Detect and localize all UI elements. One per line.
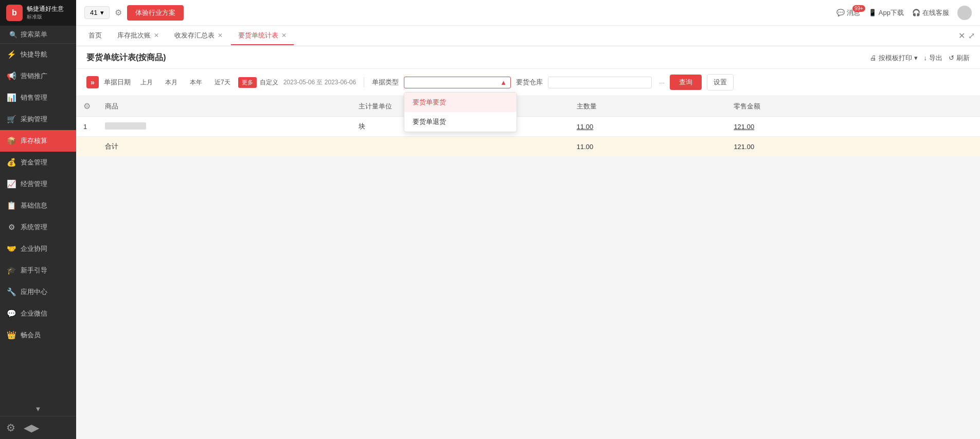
table-head: ⚙ 商品 主计量单位 主数量 零售金额 xyxy=(76,96,980,117)
sidebar-item-系统管理[interactable]: ⚙ 系统管理 xyxy=(0,216,76,238)
app-download-btn[interactable]: 📱 App下载 xyxy=(868,8,904,17)
sidebar-item-采购管理[interactable]: 🛒 采购管理 xyxy=(0,108,76,130)
sidebar-label-1: 营销推广 xyxy=(21,71,47,81)
tab-3[interactable]: 要货单统计表✕ xyxy=(231,27,294,45)
logo-area: b 畅捷通好生意 标准版 xyxy=(0,0,76,26)
sidebar-item-畅会员[interactable]: 👑 畅会员 xyxy=(0,324,76,346)
query-btn[interactable]: 查询 xyxy=(670,75,702,90)
sidebar-icon-8: ⚙ xyxy=(6,222,16,232)
sidebar-label-8: 系统管理 xyxy=(21,223,47,232)
footer-label: 合计 xyxy=(98,137,351,157)
date-btn-this-year[interactable]: 本年 xyxy=(185,76,207,89)
footer-row: 合计 11.00 121.00 xyxy=(76,137,980,157)
date-btn-more[interactable]: 更多 xyxy=(238,77,257,88)
sidebar-item-销售管理[interactable]: 📊 销售管理 xyxy=(0,87,76,108)
tab-1[interactable]: 库存批次账✕ xyxy=(110,27,166,45)
warehouse-input[interactable] xyxy=(548,77,652,88)
sidebar-item-营销推广[interactable]: 📢 营销推广 xyxy=(0,65,76,87)
app-name: 畅捷通好生意 xyxy=(27,5,64,13)
topbar-left: 41 ▾ ⚙ 体验行业方案 xyxy=(84,5,184,21)
industry-btn[interactable]: 体验行业方案 xyxy=(127,5,184,21)
footer-quantity: 11.00 xyxy=(569,137,727,157)
date-range-options: 上月 本月 本年 近7天 更多 自定义 xyxy=(136,76,278,89)
avatar[interactable] xyxy=(957,6,972,20)
filter-bar: » 单据日期 上月 本月 本年 近7天 更多 自定义 2023-05-06 至 … xyxy=(76,69,980,96)
tab-label-0: 首页 xyxy=(88,31,102,40)
data-table: ⚙ 商品 主计量单位 主数量 零售金额 1 xyxy=(76,96,980,156)
app-logo-icon: b xyxy=(6,5,23,21)
close-all-icon[interactable]: ✕ xyxy=(958,31,965,41)
sidebar-icon-9: 🤝 xyxy=(6,244,16,254)
print-btn[interactable]: 🖨 按模板打印 ▾ xyxy=(870,53,918,63)
sidebar-item-库存核算[interactable]: 📦 库存核算 xyxy=(0,130,76,152)
headset-icon: 🎧 xyxy=(912,9,920,16)
sidebar-item-快捷导航[interactable]: ⚡ 快捷导航 xyxy=(0,44,76,65)
tab-close-1[interactable]: ✕ xyxy=(154,32,159,39)
expand-tabs-icon[interactable]: ⤢ xyxy=(968,31,975,41)
message-btn[interactable]: 💬 消息 99+ xyxy=(836,8,860,17)
print-chevron: ▾ xyxy=(914,54,918,62)
tab-label-1: 库存批次账 xyxy=(117,31,151,40)
sidebar-item-基础信息[interactable]: 📋 基础信息 xyxy=(0,195,76,216)
sidebar-item-新手引导[interactable]: 🎓 新手引导 xyxy=(0,260,76,281)
sidebar-label-12: 企业微信 xyxy=(21,309,47,318)
sidebar-label-5: 资金管理 xyxy=(21,158,47,167)
print-label: 按模板打印 xyxy=(879,53,912,63)
page-title: 要货单统计表(按商品) xyxy=(86,52,166,63)
tab-close-2[interactable]: ✕ xyxy=(218,32,223,39)
footer-extra xyxy=(914,137,980,157)
dropdown-item-1[interactable]: 要货单退货 xyxy=(404,112,516,132)
date-btn-last-month[interactable]: 上月 xyxy=(136,76,157,89)
sidebar-label-4: 库存核算 xyxy=(21,136,47,145)
table-foot: 合计 11.00 121.00 xyxy=(76,137,980,157)
gear-icon[interactable]: ⚙ xyxy=(115,8,122,17)
main-area: 41 ▾ ⚙ 体验行业方案 💬 消息 99+ 📱 App下载 🎧 在线客服 xyxy=(76,0,980,439)
sidebar-label-6: 经营管理 xyxy=(21,179,47,189)
sidebar-search[interactable]: 🔍 搜索菜单 xyxy=(0,26,76,44)
filter-more-icon[interactable]: ··· xyxy=(659,79,665,86)
date-range-text: 2023-05-06 至 2023-06-06 xyxy=(283,78,356,87)
tab-close-3[interactable]: ✕ xyxy=(281,32,287,39)
sidebar-item-经营管理[interactable]: 📈 经营管理 xyxy=(0,173,76,195)
filter-expand-btn[interactable]: » xyxy=(86,76,99,88)
footer-amount: 121.00 xyxy=(726,137,914,157)
online-service-btn[interactable]: 🎧 在线客服 xyxy=(912,8,949,17)
type-selector-wrapper: ▲ 要货单要货 要货单退货 xyxy=(404,77,511,88)
settings-btn[interactable]: 设置 xyxy=(707,74,734,90)
export-icon: ↓ xyxy=(924,54,928,62)
export-btn[interactable]: ↓ 导出 xyxy=(924,53,943,63)
refresh-btn[interactable]: ↺ 刷新 xyxy=(949,53,970,63)
online-service-label: 在线客服 xyxy=(922,8,949,17)
sidebar-label-13: 畅会员 xyxy=(21,331,41,340)
col-quantity: 主数量 xyxy=(569,96,727,117)
sidebar-icon-10: 🎓 xyxy=(6,265,16,276)
date-btn-7days[interactable]: 近7天 xyxy=(210,76,235,89)
sidebar-scroll-down[interactable]: ▼ xyxy=(0,402,76,416)
sidebar-label-7: 基础信息 xyxy=(21,201,47,210)
col-gear-icon[interactable]: ⚙ xyxy=(83,102,91,111)
settings-icon[interactable]: ⚙ xyxy=(6,422,15,434)
sidebar-item-应用中心[interactable]: 🔧 应用中心 xyxy=(0,281,76,303)
company-selector[interactable]: 41 ▾ xyxy=(84,6,110,19)
tab-0[interactable]: 首页 xyxy=(81,27,109,45)
sidebar-item-企业协同[interactable]: 🤝 企业协同 xyxy=(0,238,76,260)
sidebar-label-10: 新手引导 xyxy=(21,266,47,275)
date-custom-btn[interactable]: 自定义 xyxy=(260,78,278,87)
row-amount: 121.00 xyxy=(726,117,914,137)
sidebar-label-9: 企业协同 xyxy=(21,244,47,253)
tab-label-2: 收发存汇总表 xyxy=(174,31,215,40)
sidebar-nav: ⚡ 快捷导航 📢 营销推广 📊 销售管理 🛒 采购管理 📦 库存核算 💰 资金管… xyxy=(0,44,76,402)
sidebar-item-企业微信[interactable]: 💬 企业微信 xyxy=(0,303,76,324)
dropdown-item-0[interactable]: 要货单要货 xyxy=(404,93,516,112)
sidebar-label-11: 应用中心 xyxy=(21,287,47,297)
type-input[interactable] xyxy=(404,77,511,88)
print-icon: 🖨 xyxy=(870,54,877,62)
sidebar-item-资金管理[interactable]: 💰 资金管理 xyxy=(0,152,76,173)
date-btn-this-month[interactable]: 本月 xyxy=(161,76,182,89)
company-id: 41 xyxy=(90,9,97,16)
collapse-icon[interactable]: ◀▶ xyxy=(24,422,39,434)
tab-2[interactable]: 收发存汇总表✕ xyxy=(167,27,230,45)
sidebar-label-3: 采购管理 xyxy=(21,115,47,124)
row-product xyxy=(98,117,351,137)
row-extra xyxy=(914,117,980,137)
